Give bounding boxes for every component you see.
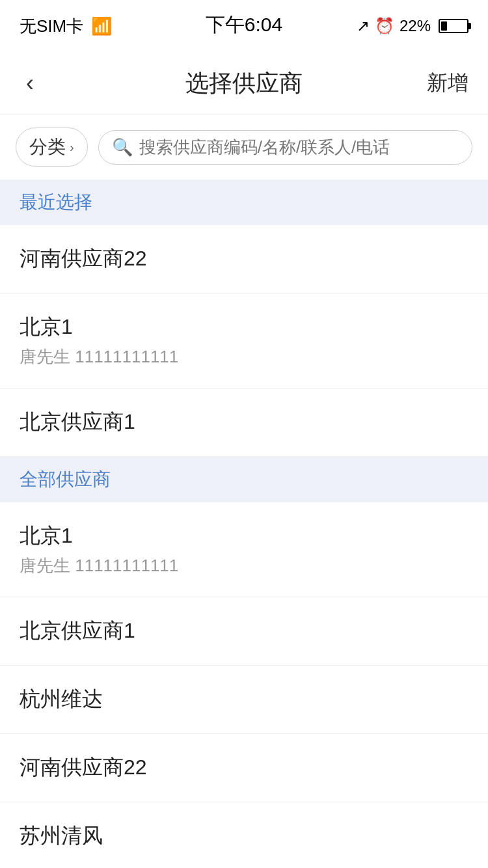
item-name: 河南供应商22 xyxy=(20,245,468,273)
nav-bar: ‹ 选择供应商 新增 xyxy=(0,52,488,115)
list-item[interactable]: 苏州清风 xyxy=(0,802,488,868)
all-section-title: 全部供应商 xyxy=(20,469,111,489)
item-name: 北京1 xyxy=(20,313,468,342)
add-button[interactable]: 新增 xyxy=(427,69,468,98)
list-item[interactable]: 北京1 唐先生 11111111111 xyxy=(0,293,488,388)
alarm-icon: ⏰ xyxy=(375,17,394,35)
status-time: 下午6:04 xyxy=(206,12,282,38)
item-name: 杭州维达 xyxy=(20,685,468,714)
status-right: ↗ ⏰ 22% xyxy=(357,17,468,35)
item-name: 北京供应商1 xyxy=(20,408,468,437)
all-list: 北京1 唐先生 11111111111 北京供应商1 杭州维达 河南供应商22 … xyxy=(0,502,488,868)
all-section-header: 全部供应商 xyxy=(0,457,488,502)
item-name: 北京供应商1 xyxy=(20,617,468,645)
list-item[interactable]: 河南供应商22 xyxy=(0,734,488,802)
item-name: 河南供应商22 xyxy=(20,753,468,782)
item-name: 苏州清风 xyxy=(20,822,468,850)
list-item[interactable]: 北京1 唐先生 11111111111 xyxy=(0,502,488,597)
list-item[interactable]: 北京供应商1 xyxy=(0,388,488,457)
back-button[interactable]: ‹ xyxy=(20,63,40,103)
list-item[interactable]: 北京供应商1 xyxy=(0,597,488,666)
search-input[interactable] xyxy=(139,137,459,157)
wifi-icon: 📶 xyxy=(91,16,112,36)
item-name: 北京1 xyxy=(20,522,468,550)
battery-icon xyxy=(439,19,468,33)
item-sub: 唐先生 11111111111 xyxy=(20,346,468,368)
list-item[interactable]: 河南供应商22 xyxy=(0,225,488,293)
chevron-right-icon: › xyxy=(70,140,74,155)
recent-section-title: 最近选择 xyxy=(20,192,92,212)
battery-text: 22% xyxy=(400,17,431,35)
category-label: 分类 xyxy=(29,135,66,159)
page-title: 选择供应商 xyxy=(185,52,303,115)
location-icon: ↗ xyxy=(357,17,370,35)
status-left: 无SIM卡 📶 xyxy=(20,15,112,38)
item-sub: 唐先生 11111111111 xyxy=(20,554,468,577)
search-icon: 🔍 xyxy=(112,137,133,157)
recent-section-header: 最近选择 xyxy=(0,180,488,225)
list-item[interactable]: 杭州维达 xyxy=(0,666,488,734)
search-box[interactable]: 🔍 xyxy=(98,130,472,165)
status-bar: 无SIM卡 📶 下午6:04 ↗ ⏰ 22% xyxy=(0,0,488,52)
filter-bar: 分类 › 🔍 xyxy=(0,115,488,180)
recent-list: 河南供应商22 北京1 唐先生 11111111111 北京供应商1 xyxy=(0,225,488,457)
category-button[interactable]: 分类 › xyxy=(16,128,88,167)
carrier-text: 无SIM卡 xyxy=(20,15,83,38)
